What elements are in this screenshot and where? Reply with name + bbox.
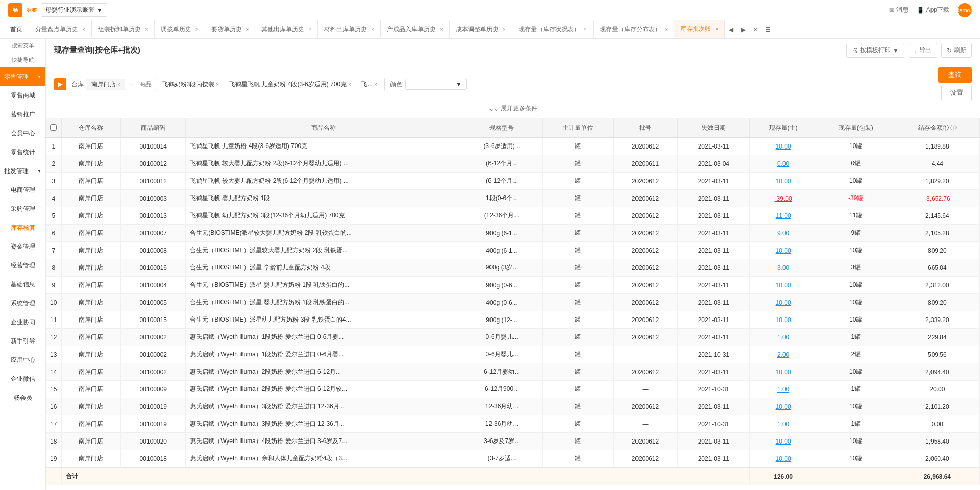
tab-close-2[interactable]: × <box>145 27 148 32</box>
tab-close-all-btn[interactable]: × <box>749 20 762 39</box>
select-all-checkbox[interactable] <box>50 124 57 131</box>
filter-color-select[interactable]: ▼ <box>405 79 467 90</box>
tab-prev-btn[interactable]: ◀ <box>725 20 737 39</box>
td-qty-main[interactable]: 11.00 <box>750 207 817 225</box>
tab-home[interactable]: 首页 <box>4 20 29 39</box>
user-profile[interactable]: demo2 <box>958 3 972 17</box>
filter-product-remove-1[interactable]: × <box>216 82 219 87</box>
query-btn[interactable]: 查询 <box>938 67 972 83</box>
td-unit: 罐 <box>543 311 614 329</box>
td-qty-main[interactable]: 10.00 <box>750 138 817 155</box>
info-icon[interactable]: ⓘ <box>950 124 957 131</box>
td-no: 2 <box>46 155 61 173</box>
filter-warehouse-more[interactable]: ··· <box>128 80 134 88</box>
sidebar-nav[interactable]: 快捷导航 <box>0 53 45 67</box>
td-qty-main[interactable]: 1.00 <box>750 415 817 433</box>
td-qty-main[interactable]: 10.00 <box>750 173 817 190</box>
td-qty-main[interactable]: 10.00 <box>750 433 817 450</box>
tab-close-11[interactable]: × <box>715 26 718 32</box>
messages-btn[interactable]: ✉ 消息 <box>889 6 909 14</box>
sidebar-item-marketing[interactable]: 营销推广 <box>0 105 45 124</box>
tab-close-1[interactable]: × <box>82 27 85 32</box>
tab-item-8[interactable]: 成本调整单历史 × <box>450 20 512 39</box>
td-qty-main[interactable]: 3.00 <box>750 259 817 277</box>
tab-item-11[interactable]: 库存批次账 × <box>674 20 725 39</box>
filter-section: ▶ 合库 南岸门店 × ··· 商品 飞鹤奶粉3段丙摆装 <box>46 62 980 118</box>
sidebar-item-basic-info[interactable]: 基础信息 <box>0 275 45 294</box>
tab-menu-btn[interactable]: ☰ <box>762 20 774 39</box>
filter-warehouse-tag-1[interactable]: 南岸门店 × <box>87 79 125 90</box>
table-row: 9 南岸门店 00100004 合生元（BIOSTIME）派星 婴儿配方奶粉 1… <box>46 277 980 294</box>
filter-product-remove-3[interactable]: × <box>374 82 377 87</box>
filter-expand-btn[interactable]: ▶ <box>54 78 66 90</box>
td-warehouse: 南岸门店 <box>61 259 121 277</box>
sidebar-item-retail-stats[interactable]: 零售统计 <box>0 143 45 162</box>
filter-product-remove-2[interactable]: × <box>348 82 351 87</box>
sidebar-item-wholesale[interactable]: 批发管理 ▼ <box>0 162 45 181</box>
app-download-btn[interactable]: 📱 App下载 <box>917 6 949 14</box>
tab-close-8[interactable]: × <box>503 27 506 32</box>
settings-btn[interactable]: 设置 <box>941 85 972 101</box>
tab-close-4[interactable]: × <box>246 27 249 32</box>
td-qty-main[interactable]: 2.00 <box>750 346 817 363</box>
td-amount: 665.04 <box>895 259 979 277</box>
tab-next-btn[interactable]: ▶ <box>737 20 749 39</box>
tab-item-1[interactable]: 分量盘点单历史 × <box>29 20 92 39</box>
refresh-btn[interactable]: ↻ 刷新 <box>941 43 972 58</box>
td-qty-main[interactable]: -39.00 <box>750 190 817 207</box>
expand-more-row: ⌄⌄ 展开更多条件 <box>54 101 972 113</box>
tab-close-6[interactable]: × <box>371 27 374 32</box>
tab-item-4[interactable]: 要货单历史 × <box>205 20 256 39</box>
sidebar-item-operations[interactable]: 经营管理 <box>0 256 45 275</box>
sidebar-item-inventory[interactable]: 库存核算 <box>0 218 45 237</box>
tab-item-2[interactable]: 组装拆卸单历史 × <box>92 20 155 39</box>
td-qty-main[interactable]: 10.00 <box>750 277 817 294</box>
td-qty-main[interactable]: 0.00 <box>750 155 817 173</box>
sidebar-item-app-center[interactable]: 应用中心 <box>0 351 45 370</box>
export-btn[interactable]: ↓ 导出 <box>909 43 937 58</box>
sidebar-item-retail-mall[interactable]: 零售商城 <box>0 86 45 105</box>
td-name: 飞鹤星飞帆 较大婴儿配方奶粉 2段(6-12个月婴幼儿适用) ... <box>186 155 461 173</box>
tab-close-9[interactable]: × <box>584 27 587 32</box>
company-selector[interactable]: 母婴行业演示账套 ▼ <box>41 3 107 17</box>
sidebar-item-finance[interactable]: 资金管理 <box>0 237 45 256</box>
expand-more-btn[interactable]: ⌄⌄ 展开更多条件 <box>488 104 537 113</box>
tab-item-5[interactable]: 其他出库单历史 × <box>255 20 318 39</box>
tab-close-10[interactable]: × <box>665 27 668 32</box>
tab-item-6[interactable]: 材料出库单历史 × <box>318 20 381 39</box>
sidebar-search[interactable]: 搜索英单 <box>0 39 45 53</box>
filter-warehouse-remove-btn[interactable]: × <box>117 82 120 87</box>
td-qty-main[interactable]: 10.00 <box>750 311 817 329</box>
td-qty-main[interactable]: 10.00 <box>750 398 817 415</box>
td-amount: 4.44 <box>895 155 979 173</box>
sidebar-item-ecommerce[interactable]: 电商管理 <box>0 181 45 200</box>
td-qty-main[interactable]: 1.00 <box>750 329 817 346</box>
th-check[interactable] <box>46 118 61 138</box>
tab-item-7[interactable]: 产成品入库单历史 × <box>381 20 450 39</box>
td-qty-main[interactable]: 1.00 <box>750 381 817 398</box>
sidebar-item-enterprise-collab[interactable]: 企业协同 <box>0 313 45 332</box>
tab-close-5[interactable]: × <box>308 27 311 32</box>
tab-item-3[interactable]: 调拨单历史 × <box>155 20 205 39</box>
filter-product-input[interactable]: 飞鹤奶粉3段丙摆装 × 飞鹤星飞帆 儿童奶粉 4段(3-6岁适用) 700克 ×… <box>155 78 385 91</box>
tab-item-10[interactable]: 现存量（库存分布表） × <box>594 20 675 39</box>
tab-close-3[interactable]: × <box>195 27 199 32</box>
td-expire: 2021-03-11 <box>678 329 750 346</box>
sidebar-item-member[interactable]: 畅会员 <box>0 388 45 407</box>
sidebar-item-sys-mgmt[interactable]: 系统管理 <box>0 294 45 313</box>
td-qty-main[interactable]: 10.00 <box>750 363 817 381</box>
td-qty-main[interactable]: 10.00 <box>750 450 817 468</box>
sidebar-item-purchase[interactable]: 采购管理 <box>0 200 45 218</box>
table-row: 18 南岸门店 00100020 惠氏启赋（Wyeth illuma）4段奶粉 … <box>46 433 980 450</box>
template-print-btn[interactable]: 🖨 按模板打印 ▼ <box>846 43 904 58</box>
td-spec: (12-36个月... <box>461 207 543 225</box>
sidebar-item-retail-mgmt[interactable]: 零售管理 ▼ <box>0 67 45 86</box>
sidebar-item-enterprise-wechat[interactable]: 企业微信 <box>0 370 45 388</box>
sidebar-item-membership[interactable]: 会员中心 <box>0 124 45 143</box>
td-qty-main[interactable]: 9.00 <box>750 225 817 242</box>
tab-close-7[interactable]: × <box>440 27 443 32</box>
td-qty-main[interactable]: 10.00 <box>750 242 817 259</box>
sidebar-item-onboarding[interactable]: 新手引导 <box>0 332 45 351</box>
td-qty-main[interactable]: 10.00 <box>750 294 817 311</box>
tab-item-9[interactable]: 现存量（库存状况表） × <box>512 20 594 39</box>
